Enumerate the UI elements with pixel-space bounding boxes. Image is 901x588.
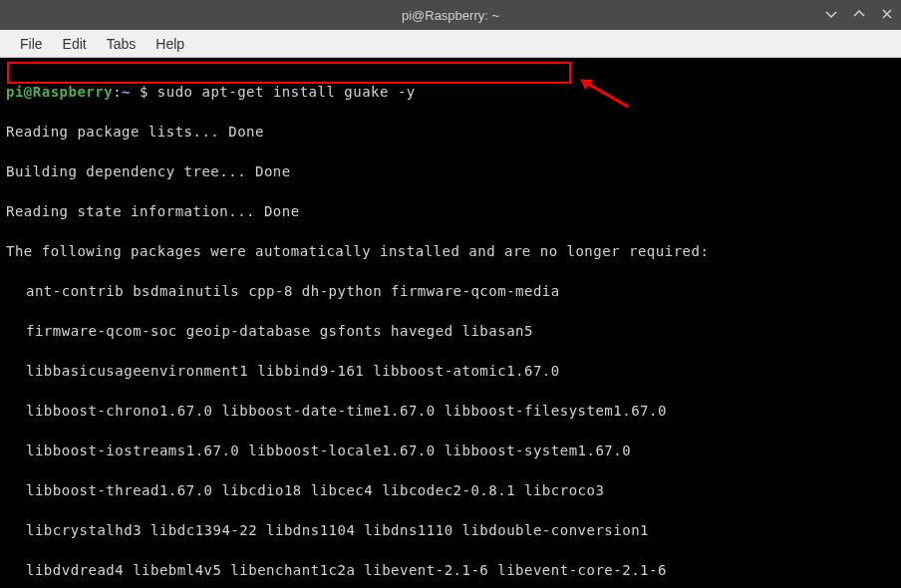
menu-edit[interactable]: Edit — [53, 36, 97, 52]
package-line: libbasicusageenvironment1 libbind9-161 l… — [6, 361, 895, 381]
package-line: libboost-iostreams1.67.0 libboost-locale… — [6, 441, 895, 460]
prompt-dollar: $ — [131, 84, 157, 100]
package-line: firmware-qcom-soc geoip-database gsfonts… — [6, 321, 895, 341]
prompt-path: ~ — [122, 84, 131, 100]
menubar: File Edit Tabs Help — [0, 30, 901, 58]
output-line: Reading package lists... Done — [6, 122, 895, 142]
close-icon[interactable] — [881, 8, 893, 23]
minimize-icon[interactable] — [825, 8, 837, 23]
output-line: The following packages were automaticall… — [6, 241, 895, 261]
titlebar-controls — [825, 8, 893, 23]
package-line: libboost-thread1.67.0 libcdio18 libcec4 … — [6, 480, 895, 500]
terminal[interactable]: pi@Raspberry:~ $ sudo apt-get install gu… — [0, 58, 901, 588]
window-title: pi@Raspberry: ~ — [402, 8, 499, 23]
package-line: libboost-chrono1.67.0 libboost-date-time… — [6, 401, 895, 421]
package-line: libdvdread4 libebml4v5 libenchant1c2a li… — [6, 560, 895, 580]
package-line: libcrystalhd3 libdc1394-22 libdns1104 li… — [6, 520, 895, 540]
menu-help[interactable]: Help — [146, 36, 194, 52]
package-line: ant-contrib bsdmainutils cpp-8 dh-python… — [6, 281, 895, 301]
menu-tabs[interactable]: Tabs — [97, 36, 147, 52]
prompt-line: pi@Raspberry:~ $ sudo apt-get install gu… — [6, 82, 895, 102]
titlebar: pi@Raspberry: ~ — [0, 0, 901, 30]
menu-file[interactable]: File — [10, 36, 53, 52]
output-line: Reading state information... Done — [6, 201, 895, 221]
prompt-colon: : — [113, 84, 122, 100]
command-text: sudo apt-get install guake -y — [157, 84, 416, 100]
output-line: Building dependency tree... Done — [6, 161, 895, 181]
maximize-icon[interactable] — [853, 8, 865, 23]
prompt-user-host: pi@Raspberry — [6, 84, 113, 100]
